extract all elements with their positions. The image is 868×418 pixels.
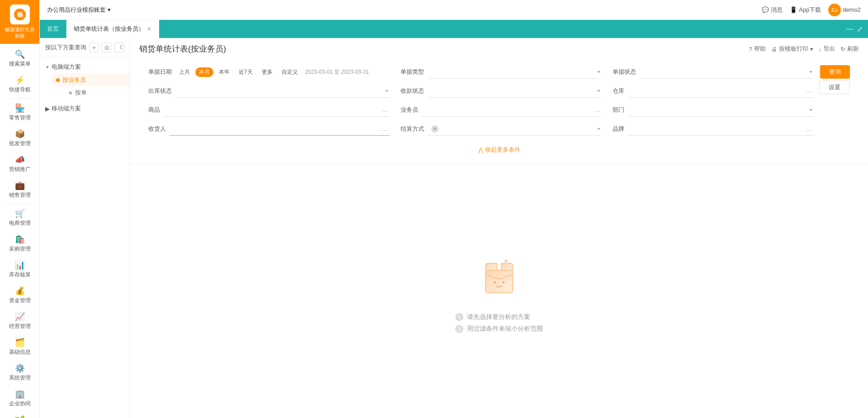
- export-btn[interactable]: ↓ 导出: [819, 45, 835, 53]
- date-btn-7days[interactable]: 近7天: [235, 67, 256, 77]
- gear-icon: ⊙: [104, 44, 109, 51]
- tab-minimize-icon[interactable]: —: [846, 25, 853, 33]
- sidebar-item-inventory[interactable]: 📊 库存核算: [0, 256, 39, 282]
- filter-payment: 结算方式 × ▾: [401, 122, 602, 136]
- sidebar-item-wholesale-label: 批发管理: [9, 140, 31, 147]
- svg-point-6: [503, 281, 505, 283]
- topbar-left: 办公用品行业模拟账套 ▾: [47, 6, 111, 14]
- sidebar-item-operations[interactable]: 📈 经营管理: [0, 308, 39, 334]
- date-btn-more[interactable]: 更多: [258, 67, 276, 77]
- salesman-select[interactable]: …: [422, 103, 602, 117]
- scheme-group-desktop[interactable]: ▼ 电脑端方案: [40, 60, 130, 74]
- tab-sales-stats-label: 销货单统计表（按业务员）: [74, 25, 144, 33]
- doc-type-chevron-icon: ▾: [598, 69, 600, 74]
- help-btn[interactable]: ? 帮助: [749, 45, 765, 53]
- sidebar-item-wholesale[interactable]: 📦 批发管理: [0, 125, 39, 151]
- message-btn[interactable]: 💬 消息: [762, 6, 783, 14]
- date-btn-this-month[interactable]: 本月: [195, 67, 213, 77]
- filter-warehouse: 仓库 …: [613, 84, 814, 98]
- sidebar-item-system[interactable]: ⚙️ 系统管理: [0, 360, 39, 385]
- marketing-icon: 📣: [15, 155, 25, 165]
- product-dots-icon: …: [382, 106, 388, 113]
- warehouse-dots-icon: …: [806, 87, 812, 94]
- scheme-group-mobile[interactable]: ▶ 移动端方案: [40, 102, 130, 115]
- product-select[interactable]: …: [164, 103, 390, 117]
- order-icon: ≡: [69, 90, 72, 96]
- sidebar-item-newuser[interactable]: 🌱 新手引导: [0, 411, 39, 418]
- tab-maximize-icon[interactable]: ⤢: [857, 25, 863, 33]
- sidebar-item-finance[interactable]: 💰 资金管理: [0, 282, 39, 308]
- doc-type-select[interactable]: ▾: [428, 65, 602, 79]
- mobile-arrow-icon: ▶: [45, 105, 50, 112]
- content-area: 按以下方案查询 + ⊙ 《 ▼ 电脑端方案: [40, 38, 868, 418]
- finance-icon: 💰: [15, 286, 25, 296]
- user-name: demo2: [843, 6, 861, 13]
- scheme-item-by-order-label: 按单: [75, 89, 87, 97]
- filter-salesman: 业务员 …: [401, 103, 602, 117]
- right-panel: 销货单统计表(按业务员) ? 帮助 🖨 按模板打印 ▾ ↓: [130, 38, 868, 418]
- help-label: 帮助: [754, 45, 766, 53]
- refresh-btn[interactable]: ↻ 刷新: [840, 45, 859, 53]
- sidebar-item-basic-label: 基础信息: [9, 348, 31, 356]
- scheme-item-by-order[interactable]: ≡ 按单: [52, 86, 130, 99]
- dept-select[interactable]: ▾: [628, 103, 814, 117]
- dept-chevron-icon: ▾: [810, 107, 812, 112]
- salesman-label: 业务员: [401, 106, 418, 114]
- date-range-text: 2023-03-01 至 2023-03-31: [305, 68, 369, 76]
- brand-select[interactable]: …: [628, 122, 814, 136]
- left-panel-title: 按以下方案查询: [45, 43, 86, 52]
- payment-tag-close-btn[interactable]: ×: [431, 125, 439, 133]
- basic-icon: 🗂️: [15, 337, 25, 347]
- sales-icon: 💼: [15, 180, 25, 190]
- payment-chevron-icon: ▾: [598, 126, 600, 131]
- tab-close-icon[interactable]: ✕: [147, 26, 151, 32]
- settings-scheme-btn[interactable]: ⊙: [102, 43, 112, 52]
- scheme-item-by-salesman[interactable]: 按业务员: [52, 74, 130, 86]
- wholesale-icon: 📦: [15, 129, 25, 139]
- sidebar-item-basic[interactable]: 🗂️ 基础信息: [0, 334, 39, 360]
- user-avatar-area[interactable]: Ea demo2: [828, 4, 861, 16]
- warehouse-select[interactable]: …: [628, 84, 814, 98]
- dept-label: 部门: [613, 106, 624, 114]
- ecommerce-icon: 🛒: [15, 209, 25, 218]
- settings-btn[interactable]: 设置: [819, 81, 850, 94]
- payment-select[interactable]: × ▾: [428, 122, 602, 136]
- collect-status-select[interactable]: ▾: [428, 84, 602, 98]
- scheme-sub-list: 按业务员 ≡ 按单: [40, 74, 130, 99]
- query-btn[interactable]: 查询: [820, 65, 850, 79]
- collapse-panel-btn[interactable]: 《: [114, 43, 124, 52]
- doc-status-select[interactable]: ▾: [640, 65, 814, 79]
- page-title-row: 销货单统计表(按业务员) ? 帮助 🖨 按模板打印 ▾ ↓: [139, 43, 859, 54]
- add-scheme-btn[interactable]: +: [89, 43, 99, 52]
- sidebar-item-retail-label: 零售管理: [9, 114, 31, 122]
- sidebar-item-retail[interactable]: 🏪 零售管理: [0, 100, 39, 125]
- out-status-chevron-icon: ▾: [386, 88, 388, 93]
- date-btn-custom[interactable]: 自定义: [278, 67, 302, 77]
- sidebar-item-search-label: 搜索菜单: [9, 60, 31, 68]
- filter-area: 单据日期 上月 本月 本年 近7天 更多 自定义: [139, 60, 859, 164]
- tab-sales-stats[interactable]: 销货单统计表（按业务员） ✕: [66, 20, 159, 38]
- date-btn-last-month[interactable]: 上月: [175, 67, 193, 77]
- sidebar-item-search[interactable]: 🔍 搜索菜单: [0, 46, 39, 71]
- sidebar-item-sales[interactable]: 💼 销售管理: [0, 177, 39, 203]
- sidebar-item-system-label: 系统管理: [9, 374, 31, 382]
- tip-1-text: 请先选择要分析的方案: [467, 313, 530, 321]
- sidebar-item-enterprise[interactable]: 🏢 企业协同: [0, 385, 39, 411]
- sidebar-item-enterprise-label: 企业协同: [9, 400, 31, 408]
- print-btn[interactable]: 🖨 按模板打印 ▾: [771, 45, 813, 53]
- app-download-btn[interactable]: 📱 App下载: [790, 6, 821, 14]
- empty-tips: 1 请先选择要分析的方案 2 用过滤条件来缩小分析范围: [455, 313, 543, 333]
- sidebar-item-marketing[interactable]: 📣 营销推广: [0, 151, 39, 177]
- sidebar-item-purchase[interactable]: 🛍️ 采购管理: [0, 231, 39, 256]
- out-status-select[interactable]: ▾: [175, 84, 390, 98]
- date-label: 单据日期: [148, 68, 172, 76]
- collapse-more-btn[interactable]: ⋀ 收起更多条件: [471, 143, 528, 157]
- warehouse-label: 仓库: [613, 87, 624, 95]
- sidebar: 畅 畅捷通好生意 标版 🔍 搜索菜单 ⚡ 快捷导航 🏪 零售管理 📦 批发管理 …: [0, 0, 40, 418]
- sidebar-item-ecommerce[interactable]: 🛒 电商管理: [0, 205, 39, 231]
- receiver-select[interactable]: …: [170, 122, 390, 136]
- sidebar-item-quicknav[interactable]: ⚡ 快捷导航: [0, 71, 39, 97]
- app-title-dropdown[interactable]: 办公用品行业模拟账套 ▾: [47, 6, 111, 14]
- tab-home[interactable]: 首页: [40, 20, 66, 38]
- date-btn-this-year[interactable]: 本年: [215, 67, 233, 77]
